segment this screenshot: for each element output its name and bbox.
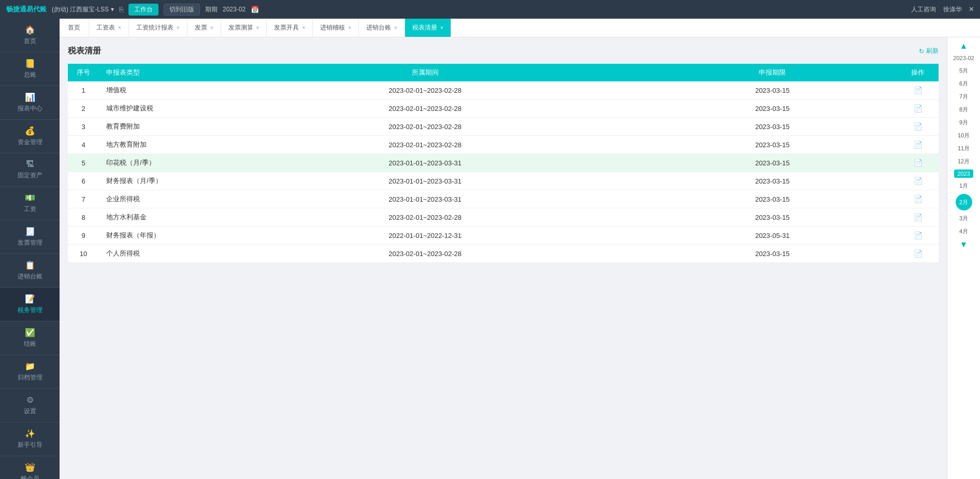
right-panel-month-2023-2[interactable]: 3月 — [952, 212, 976, 225]
row-period-5: 2023-01-01~2023-03-31 — [203, 172, 647, 190]
sidebar-item-13[interactable]: 👑 畅会员 — [0, 456, 60, 479]
help-button[interactable]: 人工咨询 — [911, 5, 936, 14]
table-row: 8 地方水利基金 2023-02-01~2023-02-28 2023-03-1… — [68, 208, 939, 227]
right-panel-month-2023-1[interactable]: 2月 — [956, 194, 972, 210]
tab-5[interactable]: 发票开具× — [267, 19, 313, 37]
tab-close-4[interactable]: × — [256, 25, 260, 31]
row-deadline-2: 2023-03-15 — [647, 118, 897, 136]
tab-close-7[interactable]: × — [394, 25, 397, 31]
right-panel-month-2022-6[interactable]: 11月 — [952, 142, 976, 155]
action-icon-8[interactable]: 📄 — [914, 231, 923, 240]
tab-close-3[interactable]: × — [210, 25, 213, 31]
tab-label-2: 工资统计报表 — [136, 23, 174, 32]
row-action-2[interactable]: 📄 — [897, 118, 939, 136]
action-icon-3[interactable]: 📄 — [914, 140, 923, 149]
sidebar-item-1[interactable]: 📒 总账 — [0, 52, 60, 86]
window-close-button[interactable]: × — [969, 5, 974, 14]
sidebar-label-8: 税务管理 — [18, 306, 42, 315]
switch-old-button[interactable]: 切到旧版 — [164, 4, 200, 16]
sidebar-item-5[interactable]: 💵 工资 — [0, 187, 60, 220]
right-panel-down-chevron[interactable]: ▼ — [958, 238, 970, 251]
tab-3[interactable]: 发票× — [188, 19, 221, 37]
sidebar-item-9[interactable]: ✅ 结账 — [0, 321, 60, 355]
row-id-9: 10 — [68, 245, 99, 263]
action-icon-6[interactable]: 📄 — [914, 195, 923, 203]
row-period-8: 2022-01-01~2022-12-31 — [203, 227, 647, 245]
action-icon-4[interactable]: 📄 — [914, 159, 923, 167]
action-icon-9[interactable]: 📄 — [914, 249, 923, 258]
tab-4[interactable]: 发票测算× — [221, 19, 267, 37]
row-type-9: 个人所得税 — [99, 245, 203, 263]
tab-0[interactable]: 首页 — [60, 19, 89, 37]
table-row: 2 城市维护建设税 2023-02-01~2023-02-28 2023-03-… — [68, 100, 939, 118]
right-panel-month-2023-0[interactable]: 1月 — [952, 179, 976, 192]
sidebar-item-4[interactable]: 🏗 固定资产 — [0, 153, 60, 187]
sidebar-label-7: 进销台账 — [18, 272, 42, 281]
row-period-2: 2023-02-01~2023-02-28 — [203, 118, 647, 136]
right-panel-month-2022-7[interactable]: 12月 — [952, 155, 976, 168]
action-icon-7[interactable]: 📄 — [914, 213, 923, 221]
row-action-4[interactable]: 📄 — [897, 154, 939, 172]
action-icon-2[interactable]: 📄 — [914, 122, 923, 131]
row-type-0: 增值税 — [99, 81, 203, 100]
copy-icon[interactable]: ⎘ — [119, 5, 123, 13]
row-action-9[interactable]: 📄 — [897, 245, 939, 263]
row-type-4: 印花税（月/季） — [99, 154, 203, 172]
tab-close-8[interactable]: × — [440, 25, 443, 31]
refresh-button[interactable]: ↻ 刷新 — [919, 47, 939, 55]
tab-7[interactable]: 进销台账× — [359, 19, 405, 37]
row-type-3: 地方教育附加 — [99, 136, 203, 154]
table-header-4: 操作 — [897, 64, 939, 81]
tab-label-7: 进销台账 — [366, 23, 391, 32]
tab-6[interactable]: 进销稽核× — [313, 19, 359, 37]
sidebar-item-7[interactable]: 📋 进销台账 — [0, 254, 60, 288]
row-action-7[interactable]: 📄 — [897, 208, 939, 227]
sidebar-item-6[interactable]: 🧾 发票管理 — [0, 220, 60, 254]
row-action-1[interactable]: 📄 — [897, 100, 939, 118]
sidebar-item-10[interactable]: 📁 归档管理 — [0, 355, 60, 389]
right-panel-month-2022-2[interactable]: 7月 — [952, 90, 976, 103]
sidebar-label-10: 归档管理 — [18, 373, 42, 382]
row-action-3[interactable]: 📄 — [897, 136, 939, 154]
right-panel-month-2022-5[interactable]: 10月 — [952, 129, 976, 142]
right-panel-month-2022-3[interactable]: 8月 — [952, 103, 976, 116]
user-button[interactable]: 徐涤华 — [943, 5, 962, 14]
tab-close-2[interactable]: × — [177, 25, 180, 31]
sidebar-item-12[interactable]: ✨ 新手引导 — [0, 422, 60, 456]
tab-8[interactable]: 税表清册× — [405, 19, 451, 37]
refresh-icon: ↻ — [919, 48, 924, 55]
action-icon-1[interactable]: 📄 — [914, 104, 923, 112]
right-panel-month-2022-4[interactable]: 9月 — [952, 116, 976, 129]
right-panel-month-2022-1[interactable]: 6月 — [952, 77, 976, 90]
year-2023-badge[interactable]: 2023 — [954, 170, 973, 178]
row-action-8[interactable]: 📄 — [897, 227, 939, 245]
tab-label-6: 进销稽核 — [320, 23, 345, 32]
action-icon-0[interactable]: 📄 — [914, 86, 923, 94]
tab-close-6[interactable]: × — [348, 25, 351, 31]
sidebar-item-2[interactable]: 📊 报表中心 — [0, 86, 60, 120]
sidebar-item-0[interactable]: 🏠 首页 — [0, 19, 60, 52]
tab-1[interactable]: 工资表× — [89, 19, 129, 37]
sidebar-item-3[interactable]: 💰 资金管理 — [0, 120, 60, 153]
row-period-1: 2023-02-01~2023-02-28 — [203, 100, 647, 118]
workbench-button[interactable]: 工作台 — [128, 4, 158, 16]
row-action-5[interactable]: 📄 — [897, 172, 939, 190]
company-selector[interactable]: (勿动) 江西服宝-LSS ▾ — [52, 5, 114, 14]
sidebar-item-11[interactable]: ⚙ 设置 — [0, 389, 60, 422]
tab-2[interactable]: 工资统计报表× — [129, 19, 188, 37]
tab-close-5[interactable]: × — [302, 25, 305, 31]
top-bar-right: 人工咨询 徐涤华 × — [911, 5, 974, 14]
row-type-5: 财务报表（月/季） — [99, 172, 203, 190]
calendar-icon[interactable]: 📅 — [251, 6, 259, 13]
row-action-6[interactable]: 📄 — [897, 190, 939, 208]
right-panel-month-2022-0[interactable]: 5月 — [952, 64, 976, 77]
right-panel-up-chevron[interactable]: ▲ — [958, 39, 970, 53]
row-action-0[interactable]: 📄 — [897, 81, 939, 100]
sidebar-item-8[interactable]: 📝 税务管理 — [0, 288, 60, 321]
period-value[interactable]: 2023-02 — [223, 6, 246, 13]
tab-close-1[interactable]: × — [118, 25, 121, 31]
row-id-8: 9 — [68, 227, 99, 245]
right-panel-month-2023-3[interactable]: 4月 — [952, 225, 976, 238]
row-id-6: 7 — [68, 190, 99, 208]
action-icon-5[interactable]: 📄 — [914, 177, 923, 185]
